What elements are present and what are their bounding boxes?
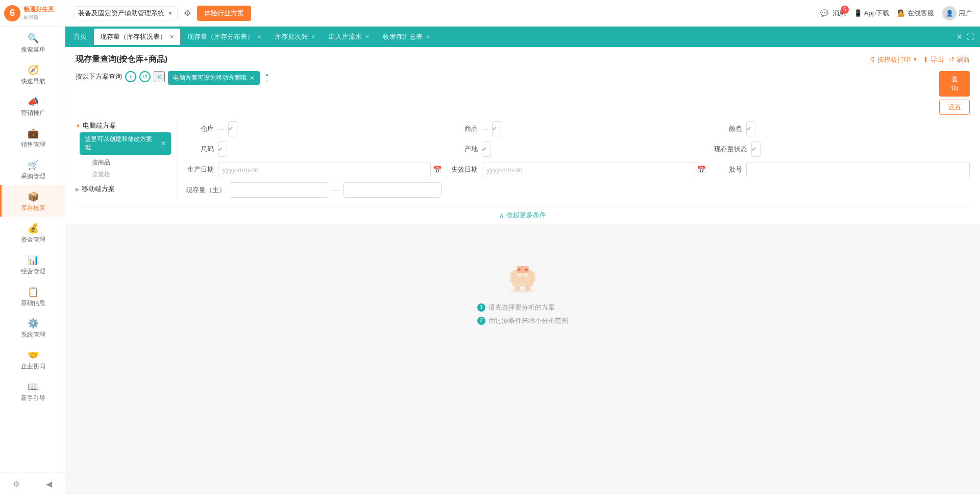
inventory-icon: 📦 — [28, 191, 39, 202]
dot-active — [265, 73, 269, 77]
tab-close-icon[interactable]: ✕ — [257, 34, 261, 40]
reset-button[interactable]: 设置 — [939, 100, 970, 115]
tab-close-icon[interactable]: ✕ — [426, 34, 430, 40]
sidebar-item-label: 基础信息 — [21, 299, 45, 308]
tip-row-2: 2 用过滤条件来缩小分析范围 — [477, 314, 568, 327]
inventory-main-label: 现存量（主） — [186, 185, 226, 195]
sidebar-item-sales[interactable]: 💼 销售管理 — [0, 122, 65, 153]
refresh-button[interactable]: ↺ 刷新 — [949, 55, 970, 64]
system-selector[interactable]: 装备及固定资产辅助管理系统 ▼ — [74, 6, 178, 20]
origin-select[interactable] — [482, 142, 491, 157]
tooltip-close-2-button[interactable]: ✕ — [161, 140, 166, 147]
tab-close-icon[interactable]: ✕ — [169, 34, 174, 40]
filter-right-panel: 仓库 ··· 商品 ··· — [186, 121, 970, 203]
inventory-status-select[interactable] — [751, 142, 761, 157]
search-button[interactable]: 查询 — [939, 71, 970, 97]
sidebar-settings-button[interactable]: ⚙ — [13, 479, 20, 489]
batch-input[interactable] — [746, 162, 970, 177]
tab-inventory-status[interactable]: 现存量（库存状况表） ✕ — [94, 29, 180, 45]
sidebar-item-enterprise[interactable]: 🤝 企业协同 — [0, 343, 65, 375]
notification-bell[interactable]: 💬 6 消息 — [820, 9, 846, 18]
online-service-link[interactable]: 💁 在线客服 — [897, 9, 934, 18]
tab-bar-end: ✕ ⛶ — [957, 33, 978, 41]
tab-close-icon[interactable]: ✕ — [365, 34, 370, 40]
sidebar-item-label: 系统管理 — [21, 331, 45, 339]
print-template-button[interactable]: 🖨 按模板打印 ▼ — [869, 55, 918, 64]
sidebar-item-purchase[interactable]: 🛒 采购管理 — [0, 153, 65, 185]
sidebar-item-search-menu[interactable]: 🔍 搜索菜单 — [0, 27, 65, 58]
inventory-main-end[interactable] — [343, 182, 442, 198]
production-date-start[interactable] — [218, 162, 431, 177]
printer-icon: 🖨 — [869, 56, 875, 63]
tab-close-all-button[interactable]: ✕ — [957, 33, 963, 41]
sidebar-item-label: 销售管理 — [21, 140, 45, 149]
system-name: 装备及固定资产辅助管理系统 — [78, 9, 164, 18]
expiry-date-range: 📅 — [482, 162, 705, 177]
calendar-icon-2[interactable]: 📅 — [697, 166, 706, 174]
sidebar-item-finance[interactable]: 💰 资金管理 — [0, 217, 65, 248]
svg-point-3 — [525, 268, 528, 271]
filter-grid-row4: 现存量（主） — — [186, 182, 970, 198]
tip-text-1: 请先选择要分析的方案 — [488, 301, 555, 314]
tab-home[interactable]: 首页 — [67, 29, 93, 45]
goods-select[interactable] — [492, 121, 501, 136]
sidebar-item-inventory[interactable]: 📦 库存核算 — [0, 185, 65, 217]
mobile-scheme-header[interactable]: ▶ 移动端方案 — [76, 184, 171, 194]
sidebar-item-label: 快速导航 — [21, 77, 45, 86]
calendar-icon-1[interactable]: 📅 — [433, 166, 442, 174]
empty-state: 1 请先选择要分析的方案 2 用过滤条件来缩小分析范围 — [65, 224, 980, 358]
sidebar-item-marketing[interactable]: 📣 营销推广 — [0, 90, 65, 122]
filter-add-button[interactable]: + — [125, 71, 136, 82]
phone-icon: 📱 — [854, 9, 862, 17]
size-select[interactable] — [218, 142, 227, 157]
svg-point-10 — [510, 289, 535, 293]
svg-rect-6 — [510, 272, 514, 282]
sidebar-item-guide[interactable]: 📖 新手引导 — [0, 375, 65, 407]
avatar: 👤 — [942, 6, 957, 20]
filter-refresh-button[interactable]: ↺ — [139, 71, 151, 82]
warehouse-select[interactable] — [228, 121, 237, 136]
inventory-main-start[interactable] — [230, 182, 328, 198]
expiry-date-start[interactable] — [482, 162, 695, 177]
filter-prev-button[interactable]: « — [154, 71, 165, 82]
sidebar-item-basic-info[interactable]: 📋 基础信息 — [0, 280, 65, 312]
batch-label: 批号 — [714, 165, 742, 174]
goods-dots: ··· — [482, 125, 488, 133]
marketing-icon: 📣 — [28, 96, 39, 107]
tab-close-icon[interactable]: ✕ — [311, 34, 315, 40]
filter-grid-row3: 生产日期 📅 失效日期 📅 — [186, 162, 970, 177]
filter-label-row: 按以下方案查询 + ↺ « 电脑方案可设为移动方案哦 ✕ — [76, 71, 970, 115]
collapse-more-button[interactable]: ∧ 收起更多条件 — [76, 206, 970, 224]
mobile-scheme-group: ▶ 移动端方案 — [76, 184, 171, 196]
export-button[interactable]: ⬆ 导出 — [923, 55, 944, 64]
sidebar-item-operations[interactable]: 📊 经营管理 — [0, 248, 65, 280]
range-separator: — — [330, 186, 341, 194]
sidebar-nav: 🔍 搜索菜单 🧭 快速导航 📣 营销推广 💼 销售管理 🛒 采购管理 📦 库存核… — [0, 27, 65, 473]
expand-arrow-icon: ▶ — [76, 186, 80, 192]
filter-row-expiry-date: 失效日期 📅 — [450, 162, 705, 177]
scheme-item-goods[interactable]: 按商品 — [82, 157, 171, 169]
main-content: 装备及固定资产辅助管理系统 ▼ ⚙ 体验行业方案 💬 6 消息 📱 App下载 … — [65, 0, 980, 495]
tab-receive-summary[interactable]: 收发存汇总表 ✕ — [377, 29, 436, 45]
app-download-link[interactable]: 📱 App下载 — [854, 9, 889, 18]
trial-button[interactable]: 体验行业方案 — [197, 6, 251, 21]
filter-row-warehouse: 仓库 ··· — [186, 121, 442, 136]
sidebar-logo: 6 畅通好生意 标准版 — [0, 0, 65, 27]
scheme-item-spec[interactable]: 按规格 — [82, 169, 171, 180]
settings-icon[interactable]: ⚙ — [184, 8, 191, 18]
sidebar-footer: ⚙ ◀ — [0, 473, 65, 495]
user-menu[interactable]: 👤 用户 — [942, 6, 972, 20]
sidebar-item-quick-nav[interactable]: 🧭 快速导航 — [0, 58, 65, 90]
tab-inventory-dist[interactable]: 现存量（库存分布表） ✕ — [181, 29, 267, 45]
tooltip-close-1-button[interactable]: ✕ — [250, 75, 255, 82]
sidebar-item-system[interactable]: ⚙️ 系统管理 — [0, 312, 65, 343]
tab-inventory-batch[interactable]: 库存批次账 ✕ — [268, 29, 322, 45]
tab-inout-flow[interactable]: 出入库流水 ✕ — [323, 29, 376, 45]
scheme-tooltip-1: 电脑方案可设为移动方案哦 ✕ — [168, 71, 260, 85]
sidebar-collapse-button[interactable]: ◀ — [46, 479, 52, 489]
color-select[interactable] — [746, 121, 755, 136]
scheme-dots — [265, 73, 269, 83]
pc-scheme-header[interactable]: ▼ 电脑端方案 — [76, 121, 171, 130]
tab-expand-button[interactable]: ⛶ — [967, 33, 974, 41]
search-btn-group: 查询 设置 — [939, 71, 970, 115]
